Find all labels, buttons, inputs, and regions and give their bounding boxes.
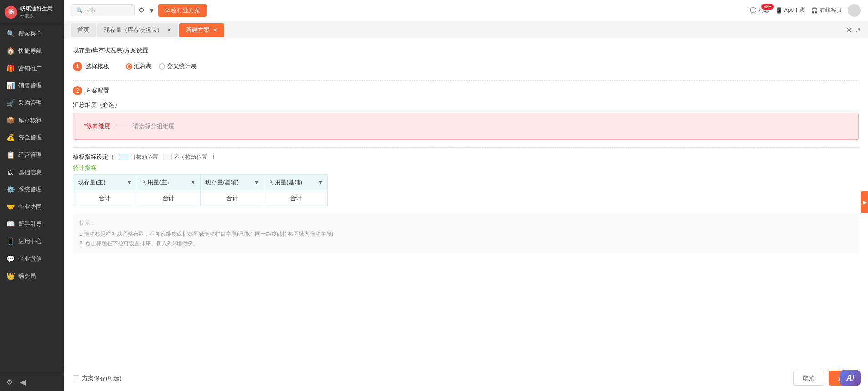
cancel-button[interactable]: 取消 (793, 371, 824, 386)
expand-window-icon[interactable]: ⤢ (855, 26, 861, 35)
sidebar-item-label: 销售管理 (18, 82, 42, 90)
sidebar-item-new-guide[interactable]: 📖 新手引导 (0, 216, 64, 233)
tips-title: 提示： (79, 218, 853, 228)
stats-col-2-label: 现存量(基辅) (205, 178, 239, 186)
radio-summary[interactable]: 汇总表 (126, 62, 152, 71)
section2-title: 方案配置 (86, 87, 109, 95)
sidebar-item-app-center[interactable]: 📱 应用中心 (0, 233, 64, 250)
stats-cell-3: 合计 (264, 190, 327, 206)
book-icon: 📖 (6, 220, 15, 228)
sidebar-item-operations[interactable]: 📋 经营管理 (0, 146, 64, 164)
tab-new-scheme-close-icon[interactable]: ✕ (213, 27, 218, 33)
stats-col-2-dropdown[interactable]: ▼ (254, 180, 259, 185)
stats-section-title: 统计指标 (73, 164, 859, 172)
trial-button[interactable]: 体验行业方案 (158, 4, 207, 17)
headset-icon: 🎧 (811, 7, 818, 14)
speaker-footer-icon[interactable]: ◀ (20, 378, 26, 386)
sidebar-item-label: 资金管理 (18, 134, 42, 142)
gear-icon: ⚙️ (6, 185, 15, 194)
stats-cell-1: 合计 (137, 190, 201, 206)
draggable-legend-label: 可拖动位置 (131, 154, 158, 161)
section2-num: 2 (73, 86, 82, 95)
ai-badge[interactable]: Ai (840, 370, 861, 386)
topbar: 🔍 搜索 ⚙ ▼ 体验行业方案 💬 消息 99+ 📱 App下载 🎧 在线客服 (64, 0, 868, 21)
sidebar-item-vip[interactable]: 👑 畅会员 (0, 268, 64, 285)
sidebar-item-label: 畅会员 (18, 272, 36, 280)
settings-footer-icon[interactable]: ⚙ (6, 378, 13, 386)
sidebar-item-inventory[interactable]: 📦 库存核算 (0, 112, 64, 129)
radio-cross-circle (159, 63, 165, 70)
dimension-area[interactable]: *纵向维度 —— 请选择分组维度 (73, 113, 859, 140)
app-edition: 标准版 (20, 13, 53, 19)
stats-col-3-dropdown[interactable]: ▼ (318, 180, 323, 185)
right-toggle-icon: ▶ (863, 199, 867, 206)
crown-icon: 👑 (6, 272, 15, 280)
tab-home-label: 首页 (77, 26, 89, 34)
indicators-setting-suffix: ） (212, 153, 218, 161)
save-option-label: 方案保存(可选) (82, 374, 122, 382)
message-icon-item[interactable]: 💬 消息 99+ (750, 6, 769, 14)
tab-home[interactable]: 首页 (71, 23, 96, 37)
divider-2 (73, 147, 859, 148)
sidebar-item-quick-nav[interactable]: 🏠 快捷导航 (0, 42, 64, 60)
sidebar-item-sales[interactable]: 📊 销售管理 (0, 77, 64, 94)
page-title: 现存量(库存状况表)方案设置 (73, 46, 859, 55)
tab-new-scheme[interactable]: 新建方案 ✕ (179, 23, 224, 37)
logo-icon: 畅 (5, 6, 17, 19)
dimension-required-mark: *纵向维度 (84, 122, 110, 130)
sidebar-item-purchase[interactable]: 🛒 采购管理 (0, 94, 64, 112)
customer-service-item[interactable]: 🎧 在线客服 (811, 6, 842, 14)
sidebar-footer: ⚙ ◀ (0, 373, 64, 391)
save-checkbox[interactable] (73, 375, 79, 381)
stats-cell-2: 合计 (201, 190, 265, 206)
topbar-settings-icon[interactable]: ⚙ (138, 6, 145, 15)
fixed-legend-label: 不可拖动位置 (174, 154, 207, 161)
indicators-setting-label: 模板指标设定（ (73, 153, 114, 161)
sidebar-item-marketing[interactable]: 🎁 营销推广 (0, 60, 64, 77)
tab-inventory-close-icon[interactable]: ✕ (167, 27, 171, 33)
stats-col-2[interactable]: 现存量(基辅) ▼ (201, 175, 265, 190)
bottom-bar: 方案保存(可选) 取消 查询 (64, 365, 868, 391)
tab-inventory-status-label: 现存量（库存状况表） (104, 26, 163, 34)
customer-service-label: 在线客服 (820, 6, 842, 14)
stats-cell-0: 合计 (73, 190, 137, 206)
divider-1 (73, 80, 859, 81)
sidebar-item-system[interactable]: ⚙️ 系统管理 (0, 181, 64, 198)
save-option[interactable]: 方案保存(可选) (73, 374, 122, 382)
radio-cross-label: 交叉统计表 (167, 62, 197, 71)
tips-box: 提示： 1.拖动标题栏可以调整布局，不可跨维度或指标区域拖动栏目字段(只能在同一… (73, 214, 859, 253)
stats-col-1-label: 可用量(主) (142, 178, 169, 186)
sidebar-item-wechat[interactable]: 💬 企业微信 (0, 250, 64, 268)
section-choose-template: 1 选择模板 汇总表 交叉统计表 (73, 62, 859, 71)
fixed-legend-box (163, 154, 172, 160)
message-badge: 99+ (761, 4, 774, 10)
sidebar-item-basic-info[interactable]: 🗂 基础信息 (0, 164, 64, 181)
sidebar-item-finance[interactable]: 💰 资金管理 (0, 129, 64, 146)
stats-col-1-dropdown[interactable]: ▼ (191, 180, 196, 185)
sidebar-logo: 畅 畅康通好生意 标准版 (0, 0, 64, 25)
right-sidebar-toggle[interactable]: ▶ (861, 191, 868, 213)
section-scheme-config: 2 方案配置 汇总维度（必选） *纵向维度 —— 请选择分组维度 模板指标设定（ (73, 86, 859, 253)
mobile-icon: 📱 (6, 237, 15, 246)
stats-col-1[interactable]: 可用量(主) ▼ (137, 175, 201, 190)
radio-cross[interactable]: 交叉统计表 (159, 62, 197, 71)
app-download-item[interactable]: 📱 App下载 (776, 6, 805, 14)
stats-col-0-dropdown[interactable]: ▼ (127, 180, 132, 185)
sidebar-item-label: 库存核算 (18, 116, 42, 124)
user-avatar[interactable] (848, 4, 861, 17)
topbar-dropdown-icon[interactable]: ▼ (148, 7, 155, 14)
topbar-search-box[interactable]: 🔍 搜索 (71, 4, 135, 16)
close-window-icon[interactable]: ✕ (846, 26, 852, 35)
app-download-label: App下载 (784, 6, 805, 14)
chat-icon: 💬 (6, 255, 15, 263)
stats-col-3-label: 可用量(基辅) (269, 178, 302, 186)
stats-col-3[interactable]: 可用量(基辅) ▼ (264, 175, 327, 190)
tab-inventory-status[interactable]: 现存量（库存状况表） ✕ (97, 23, 178, 37)
radio-summary-label: 汇总表 (134, 62, 152, 71)
tip1: 1.拖动标题栏可以调整布局，不可跨维度或指标区域拖动栏目字段(只能在同一维度或指… (79, 229, 853, 239)
stats-table-body: 合计 合计 合计 合计 (73, 190, 327, 206)
sidebar-item-search[interactable]: 🔍 搜索菜单 (0, 25, 64, 42)
stats-col-0[interactable]: 现存量(主) ▼ (73, 175, 137, 190)
handshake-icon: 🤝 (6, 203, 15, 211)
sidebar-item-cooperation[interactable]: 🤝 企业协同 (0, 198, 64, 216)
